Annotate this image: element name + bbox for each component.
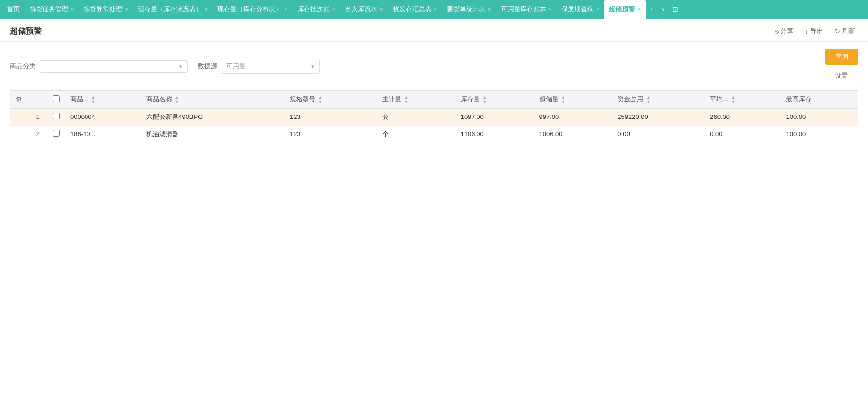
nav-available-account[interactable]: 可用量库存账本 × — [496, 0, 557, 19]
select-all-checkbox[interactable] — [53, 95, 60, 102]
settings-column-header: ⚙ — [10, 91, 28, 109]
row-max-stock: 100.00 — [781, 108, 858, 125]
header-actions: ⎋ 分享 ↓ 导出 ↻ 刷新 — [772, 25, 859, 38]
overstock-column-header[interactable]: 超储量 ▲▼ — [534, 91, 613, 109]
table-header-row: ⚙ 商品... ▲▼ 商品名称 ▲▼ 规格型号 — [10, 91, 858, 109]
refresh-button[interactable]: ↻ 刷新 — [832, 25, 858, 38]
unit-column-header[interactable]: 主计量 ▲▼ — [377, 91, 456, 109]
row-spec: 123 — [285, 125, 377, 143]
gear-icon[interactable]: ⚙ — [16, 95, 22, 103]
sort-icon: ▲▼ — [482, 95, 487, 104]
row-number: 1 — [28, 108, 47, 125]
datasource-select[interactable]: 可用量 ▾ — [221, 59, 320, 74]
row-capital-usage: 259220.00 — [612, 108, 705, 125]
row-settings-cell — [10, 125, 28, 143]
export-icon: ↓ — [805, 28, 809, 35]
set-button[interactable]: 设置 — [825, 68, 858, 83]
nav-inout-flow[interactable]: 出入库流水 × — [340, 0, 388, 19]
sort-icon: ▲▼ — [404, 95, 408, 104]
stock-column-header[interactable]: 库存量 ▲▼ — [456, 91, 534, 109]
product-code-column-header[interactable]: 商品... ▲▼ — [65, 91, 141, 109]
category-filter: 商品分类 ▾ — [10, 60, 188, 73]
close-icon[interactable]: × — [549, 6, 552, 12]
close-icon[interactable]: × — [596, 6, 599, 12]
spec-column-header[interactable]: 规格型号 ▲▼ — [285, 91, 377, 109]
page-title: 超储预警 — [10, 26, 42, 37]
nav-expand-arrow[interactable]: ⊡ — [669, 0, 681, 19]
product-name-column-header[interactable]: 商品名称 ▲▼ — [141, 91, 285, 109]
page-header: 超储预警 ⎋ 分享 ↓ 导出 ↻ 刷新 — [0, 19, 868, 42]
capital-column-header[interactable]: 资金占用 ▲▼ — [612, 91, 705, 109]
sort-icon: ▲▼ — [318, 95, 323, 104]
close-icon[interactable]: × — [488, 6, 491, 12]
table-row: 2 186-10... 机油滤清器 123 个 1106.00 1006.00 … — [10, 125, 858, 143]
sort-icon: ▲▼ — [731, 95, 736, 104]
close-icon[interactable]: × — [380, 6, 383, 12]
row-checkbox-cell — [47, 125, 65, 143]
category-select[interactable]: ▾ — [40, 60, 188, 73]
table-row: 1 0000004 六配套新昌490BPG 123 套 1097.00 997.… — [10, 108, 858, 125]
row-spec: 123 — [285, 108, 377, 125]
row-settings-cell — [10, 108, 28, 125]
row-product-code: 0000004 — [65, 108, 141, 125]
nav-shelf-life[interactable]: 保质期查询 × — [557, 0, 604, 19]
nav-next-arrow[interactable]: › — [657, 0, 669, 19]
nav-overstock[interactable]: 超储预警 × — [604, 0, 645, 19]
row-capital-usage: 0.00 — [612, 125, 705, 143]
top-navigation: 首页 拣货任务管理 × 拣货异常处理 × 现存量（库存状况表）× 现存量（库存分… — [0, 0, 868, 19]
nav-pick-task[interactable]: 拣货任务管理 × — [25, 0, 79, 19]
row-over-stock: 997.00 — [534, 108, 613, 125]
query-button[interactable]: 查询 — [825, 49, 858, 65]
datasource-label: 数据源 — [198, 62, 217, 71]
row-product-name: 机油滤清器 — [141, 125, 285, 143]
share-icon: ⎋ — [775, 28, 779, 35]
max-stock-column-header[interactable]: 最高库存 — [781, 91, 858, 109]
close-icon[interactable]: × — [434, 6, 437, 12]
nav-stock-dist[interactable]: 现存量（库存分布表）× — [213, 0, 292, 19]
row-unit: 个 — [377, 125, 456, 143]
filter-area: 商品分类 ▾ 数据源 可用量 ▾ 查询 设置 — [0, 42, 868, 90]
refresh-icon: ↻ — [835, 28, 840, 35]
overstock-table: ⚙ 商品... ▲▼ 商品名称 ▲▼ 规格型号 — [10, 90, 858, 143]
row-checkbox[interactable] — [53, 113, 60, 119]
close-icon[interactable]: × — [205, 6, 208, 12]
sort-icon: ▲▼ — [91, 95, 95, 104]
row-unit: 套 — [377, 108, 456, 125]
share-button[interactable]: ⎋ 分享 — [772, 25, 796, 38]
nav-order-stats[interactable]: 要货单统计表 × — [442, 0, 496, 19]
num-column-header — [28, 91, 47, 109]
nav-pick-abnormal[interactable]: 拣货异常处理 × — [79, 0, 132, 19]
close-icon[interactable]: × — [637, 6, 640, 12]
export-button[interactable]: ↓ 导出 — [802, 25, 826, 38]
nav-prev-arrow[interactable]: ‹ — [646, 0, 657, 19]
close-icon[interactable]: × — [332, 6, 335, 12]
row-stock: 1106.00 — [456, 125, 534, 143]
sort-icon: ▲▼ — [175, 95, 179, 104]
table-container: ⚙ 商品... ▲▼ 商品名称 ▲▼ 规格型号 — [0, 90, 868, 143]
page-container: 超储预警 ⎋ 分享 ↓ 导出 ↻ 刷新 商品分类 ▾ 数据源 — [0, 19, 868, 395]
datasource-filter: 数据源 可用量 ▾ — [198, 59, 320, 74]
nav-stock-status[interactable]: 现存量（库存状况表）× — [133, 0, 213, 19]
nav-recv-summary[interactable]: 收发存汇总表 × — [388, 0, 442, 19]
close-icon[interactable]: × — [284, 6, 287, 12]
row-number: 2 — [28, 125, 47, 143]
row-product-code: 186-10... — [65, 125, 141, 143]
nav-batch-account[interactable]: 库存批次账 × — [293, 0, 340, 19]
checkbox-column-header — [47, 91, 65, 109]
row-max-stock: 100.00 — [781, 125, 858, 143]
sort-icon: ▲▼ — [646, 95, 651, 104]
avg-column-header[interactable]: 平均... ▲▼ — [705, 91, 781, 109]
close-icon[interactable]: × — [125, 6, 128, 12]
row-product-name: 六配套新昌490BPG — [141, 108, 285, 125]
filter-action-buttons: 查询 设置 — [825, 49, 858, 83]
close-icon[interactable]: × — [71, 6, 74, 12]
row-checkbox[interactable] — [53, 130, 60, 137]
nav-home[interactable]: 首页 — [2, 0, 25, 19]
row-over-stock: 1006.00 — [534, 125, 613, 143]
row-checkbox-cell — [47, 108, 65, 125]
chevron-down-icon: ▾ — [311, 63, 314, 70]
chevron-down-icon: ▾ — [179, 63, 182, 70]
category-label: 商品分类 — [10, 62, 36, 71]
datasource-value: 可用量 — [226, 62, 246, 71]
row-avg: 0.00 — [705, 125, 781, 143]
